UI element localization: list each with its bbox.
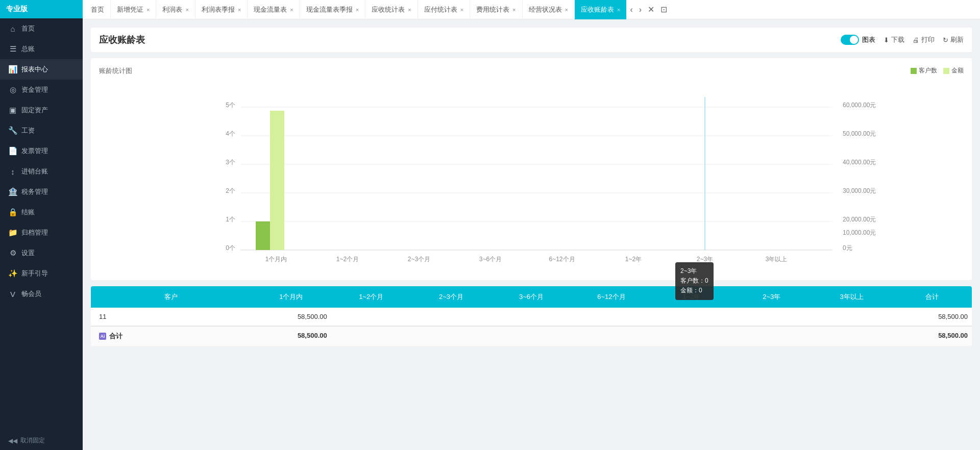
tab-bar: 首页 新增凭证 × 利润表 × 利润表季报 × 现金流量表 × 现金流量表季报 … [83,0,980,19]
tab-label: 利润表 [162,5,182,14]
close-icon[interactable]: × [238,7,241,13]
svg-text:3~6个月: 3~6个月 [479,256,502,263]
svg-text:1个月内: 1个月内 [265,256,287,263]
sidebar-item-inout[interactable]: ↕ 进销台账 [0,161,83,182]
tab-close-all-button[interactable]: ✕ [645,0,657,19]
col-customer: 客户 [91,286,251,308]
footer-label: Ai 合计 [91,327,251,346]
footer-icon: Ai [99,333,106,340]
legend-amount: 金额 [943,66,964,75]
tooltip-customer-count: 客户数：0 [680,276,708,286]
sidebar-item-label: 资金管理 [21,85,48,94]
sidebar-item-salary[interactable]: 🔧 工资 [0,120,83,141]
sidebar-item-invoice[interactable]: 📄 发票管理 [0,141,83,161]
chart-toggle[interactable] [841,35,859,45]
close-icon[interactable]: × [565,7,568,13]
tab-label: 首页 [91,5,104,14]
svg-text:2~3个月: 2~3个月 [408,256,430,263]
table-footer: Ai 合计 58,500.00 58,500.00 [91,326,972,346]
row-total: 58,500.00 [892,308,972,326]
row-y1-2 [651,308,731,326]
svg-text:50,000.00元: 50,000.00元 [843,130,876,137]
svg-text:2~3年: 2~3年 [697,256,713,263]
close-icon[interactable]: × [146,7,150,13]
chart-toggle-wrap[interactable]: 图表 [841,35,875,45]
sidebar-item-label: 归档管理 [21,228,48,237]
salary-icon: 🔧 [8,126,17,135]
sidebar-item-label: 进销台账 [21,167,48,176]
legend-amount-dot [943,68,949,74]
closing-icon: 🔒 [8,208,17,217]
row-m2-3 [411,308,492,326]
svg-text:5个: 5个 [226,102,235,109]
assets-icon: ▣ [8,106,17,115]
sidebar-item-assets[interactable]: ▣ 固定资产 [0,100,83,120]
close-icon[interactable]: × [512,7,516,13]
tab-expense-stat[interactable]: 费用统计表 × [470,0,522,19]
row-m1: 58,500.00 [251,308,331,326]
guide-icon: ✨ [8,269,17,278]
close-icon[interactable]: × [290,7,293,13]
sidebar-item-label: 工资 [21,126,35,135]
tab-voucher[interactable]: 新增凭证 × [111,0,156,19]
close-icon[interactable]: × [408,7,411,13]
sidebar-item-archive[interactable]: 📁 归档管理 [0,222,83,243]
tab-biz-stat[interactable]: 经营状况表 × [523,0,575,19]
col-m2-3: 2~3个月 [411,286,492,308]
svg-text:20,000.00元: 20,000.00元 [843,216,876,223]
sidebar-item-label: 结账 [21,208,35,217]
close-icon[interactable]: × [617,7,620,13]
tab-expand-button[interactable]: ⊡ [657,0,670,19]
tab-label: 利润表季报 [202,5,235,14]
footer-y3plus [812,327,892,346]
close-icon[interactable]: × [356,7,359,13]
sidebar-item-reports[interactable]: 📊 报表中心 [0,59,83,80]
tab-prev-button[interactable]: ‹ [627,0,635,19]
svg-text:1~2年: 1~2年 [625,256,642,263]
svg-text:1~2个月: 1~2个月 [336,256,359,263]
refresh-icon: ↻ [943,36,948,44]
close-icon[interactable]: × [460,7,463,13]
chart-legend: 客户数 金额 [911,66,964,75]
print-button[interactable]: 🖨 打印 [913,35,935,44]
sidebar-item-guide[interactable]: ✨ 新手引导 [0,263,83,284]
legend-customer-count: 客户数 [911,66,937,75]
svg-text:60,000.00元: 60,000.00元 [843,102,876,109]
archive-icon: 📁 [8,228,17,237]
table-header: 客户 1个月内 1~2个月 2~3个月 3~6个月 6~12个月 1~2年 2~… [91,286,972,308]
table-row: 11 58,500.00 58,500.00 [91,308,972,326]
sidebar-item-tax[interactable]: 🏦 税务管理 [0,182,83,202]
tab-ar-stat[interactable]: 应收统计表 × [365,0,418,19]
tab-ar-aging[interactable]: 应收账龄表 × [575,0,627,19]
tab-cashflow[interactable]: 现金流量表 × [248,0,300,19]
legend-customer-dot [911,68,917,74]
sidebar-item-home[interactable]: ⌂ 首页 [0,18,83,39]
svg-text:0元: 0元 [843,244,852,252]
settings-icon: ⚙ [8,248,17,258]
download-button[interactable]: ⬇ 下载 [884,35,904,44]
close-icon[interactable]: × [185,7,188,13]
legend-customer-label: 客户数 [919,66,937,75]
row-m3-6 [492,308,572,326]
sidebar-item-funds[interactable]: ◎ 资金管理 [0,80,83,100]
refresh-button[interactable]: ↻ 刷新 [943,35,964,44]
home-icon: ⌂ [8,24,17,33]
sidebar-item-ledger[interactable]: ☰ 总账 [0,39,83,59]
sidebar-item-label: 畅会员 [21,289,41,298]
row-customer: 11 [91,308,251,326]
tab-next-button[interactable]: › [636,0,645,19]
inout-icon: ↕ [8,167,17,176]
footer-m6-12 [571,327,651,346]
sidebar-pin-toggle[interactable]: ◀◀ 取消固定 [0,431,83,450]
sidebar-item-closing[interactable]: 🔒 结账 [0,202,83,222]
sidebar-item-settings[interactable]: ⚙ 设置 [0,243,83,263]
tab-ap-stat[interactable]: 应付统计表 × [418,0,470,19]
sidebar-item-vip[interactable]: V 畅会员 [0,284,83,304]
row-y3plus [812,308,892,326]
tab-profit-q[interactable]: 利润表季报 × [195,0,248,19]
tab-profit[interactable]: 利润表 × [156,0,195,19]
tooltip-content: 2~3年 客户数：0 金额：0 [675,262,714,300]
tab-home[interactable]: 首页 [85,0,111,19]
tab-cashflow-q[interactable]: 现金流量表季报 × [300,0,365,19]
col-m6-12: 6~12个月 [571,286,651,308]
